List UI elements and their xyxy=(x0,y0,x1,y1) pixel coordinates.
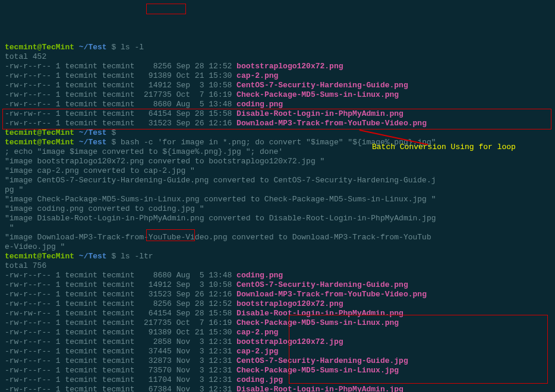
highlight-box-ls-ltr xyxy=(146,229,195,241)
total-line: total 756 xyxy=(5,261,550,271)
command-ls[interactable]: ls -l xyxy=(121,43,144,52)
filename: coding.png xyxy=(236,271,283,280)
ls-row: -rw-r--r-- 1 tecmint tecmint 8680 Aug 5 … xyxy=(5,271,550,280)
echo-output: "image CentOS-7-Security-Hardening-Guide… xyxy=(5,176,550,195)
prompt-user: tecmint@TecMint xyxy=(5,128,74,137)
filename-png: cap-2.png xyxy=(236,71,278,80)
prompt-path: ~/Test xyxy=(74,128,111,137)
filename-png: Check-Package-MD5-Sums-in-Linux.png xyxy=(236,90,399,99)
filename-png: bootstraplogo120x72.png xyxy=(236,62,343,71)
prompt-path: ~/Test xyxy=(74,138,111,147)
filename: cap-2.png xyxy=(236,328,278,337)
ls-row: -rw-r--r-- 1 tecmint tecmint 14912 Sep 3… xyxy=(5,81,550,90)
prompt-path: ~/Test xyxy=(74,43,111,52)
prompt-symbol: $ xyxy=(111,128,121,137)
annotation-label: Batch Conversion Using for loop xyxy=(372,143,516,152)
filename-png: CentOS-7-Security-Hardening-Guide.png xyxy=(236,81,408,90)
filename-png: coding.png xyxy=(236,100,283,109)
prompt-symbol: $ xyxy=(111,43,121,52)
ls-row: -rw-r--r-- 1 tecmint tecmint 91389 Oct 2… xyxy=(5,71,550,81)
filename: cap-2.jpg xyxy=(236,347,278,356)
prompt-user: tecmint@TecMint xyxy=(5,252,74,261)
echo-output: "image Disable-Root-Login-in-PhpMyAdmin.… xyxy=(5,214,550,233)
highlight-box-ls xyxy=(146,4,186,14)
total-line: total 452 xyxy=(5,52,550,62)
highlight-box-jpg-files xyxy=(289,315,548,384)
filename: bootstraplogo120x72.png xyxy=(236,299,343,308)
prompt-user: tecmint@TecMint xyxy=(5,138,74,147)
ls-row: -rw-r--r-- 1 tecmint tecmint 8256 Sep 28… xyxy=(5,62,550,71)
highlight-box-bash xyxy=(2,109,551,129)
prompt-symbol: $ xyxy=(111,252,121,261)
filename: coding.jpg xyxy=(236,375,283,384)
filename: CentOS-7-Security-Hardening-Guide.png xyxy=(236,280,408,289)
prompt-path: ~/Test xyxy=(74,252,111,261)
ls-row: -rw-r--r-- 1 tecmint tecmint 8256 Sep 28… xyxy=(5,299,550,309)
ls-row: -rw-r--r-- 1 tecmint tecmint 8680 Aug 5 … xyxy=(5,100,550,109)
echo-output: "image bootstraplogo120x72.png converted… xyxy=(5,157,550,166)
echo-output: "image cap-2.png converted to cap-2.jpg … xyxy=(5,166,550,176)
echo-output: "image Check-Package-MD5-Sums-in-Linux.p… xyxy=(5,195,550,204)
echo-output: "image coding.png converted to coding.jp… xyxy=(5,204,550,214)
prompt-symbol: $ xyxy=(111,138,121,147)
filename: Download-MP3-Track-from-YouTube-Video.pn… xyxy=(236,290,427,299)
command-ls-ltr[interactable]: ls -ltr xyxy=(121,252,153,261)
echo-output: "image Download-MP3-Track-from-YouTube-V… xyxy=(5,233,550,252)
filename: Disable-Root-Login-in-PhpMyAdmin.jpg xyxy=(236,385,403,392)
ls-row: -rw-r--r-- 1 tecmint tecmint 67384 Nov 3… xyxy=(5,385,550,392)
ls-row: -rw-r--r-- 1 tecmint tecmint 217735 Oct … xyxy=(5,90,550,100)
ls-row: -rw-r--r-- 1 tecmint tecmint 31523 Sep 2… xyxy=(5,290,550,299)
ls-row: -rw-r--r-- 1 tecmint tecmint 14912 Sep 3… xyxy=(5,280,550,290)
prompt-user: tecmint@TecMint xyxy=(5,43,74,52)
